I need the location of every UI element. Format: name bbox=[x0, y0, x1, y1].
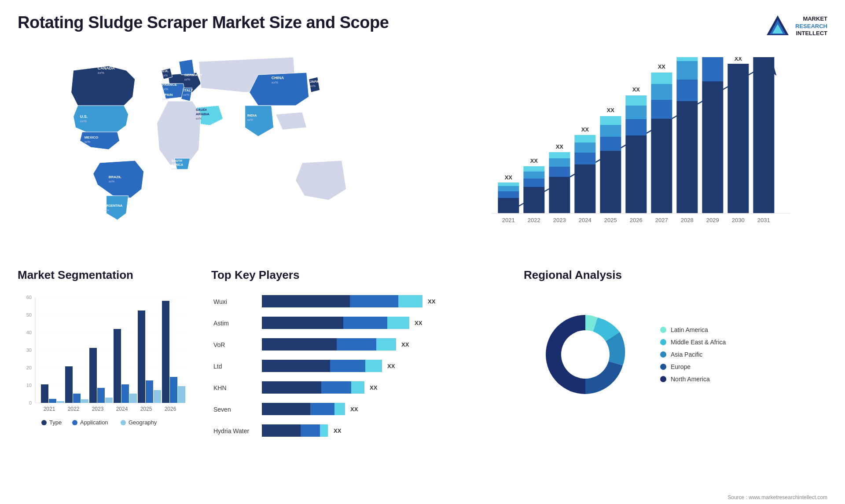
source-text: Source : www.marketresearchintellect.com bbox=[727, 494, 827, 500]
key-players-section: Top Key Players Wuxi XX Astim XX VoR bbox=[211, 268, 515, 453]
svg-text:40: 40 bbox=[26, 330, 32, 335]
svg-rect-49 bbox=[549, 177, 570, 213]
svg-rect-126 bbox=[129, 394, 137, 403]
svg-text:2029: 2029 bbox=[706, 217, 719, 223]
svg-text:2021: 2021 bbox=[502, 217, 515, 223]
svg-rect-173 bbox=[334, 403, 345, 415]
svg-rect-44 bbox=[524, 187, 545, 213]
segmentation-section: Market Segmentation 60 50 40 30 20 10 0 bbox=[18, 268, 202, 453]
svg-text:XX: XX bbox=[505, 174, 513, 181]
svg-text:Ltd: Ltd bbox=[213, 363, 222, 370]
svg-text:XX: XX bbox=[556, 143, 564, 150]
regional-legend: Latin America Middle East & Africa Asia … bbox=[660, 326, 726, 383]
svg-rect-157 bbox=[337, 338, 376, 351]
svg-rect-66 bbox=[626, 106, 647, 119]
svg-rect-76 bbox=[677, 61, 698, 80]
svg-text:2025: 2025 bbox=[140, 406, 152, 412]
svg-rect-64 bbox=[626, 135, 647, 213]
svg-rect-178 bbox=[320, 424, 328, 437]
svg-text:0: 0 bbox=[29, 400, 32, 405]
svg-rect-158 bbox=[376, 338, 396, 351]
svg-rect-85 bbox=[753, 57, 775, 213]
svg-text:KHN: KHN bbox=[213, 384, 227, 391]
world-map-container: CANADA xx% U.S. xx% MEXICO xx% BRAZIL xx… bbox=[18, 44, 437, 251]
svg-rect-171 bbox=[262, 403, 310, 415]
regional-section: Regional Analysis bbox=[524, 268, 827, 453]
svg-rect-117 bbox=[57, 401, 64, 403]
svg-rect-163 bbox=[365, 360, 382, 372]
svg-rect-177 bbox=[301, 424, 320, 437]
key-players-chart: Wuxi XX Astim XX VoR XX Ltd bbox=[211, 289, 458, 442]
svg-text:XX: XX bbox=[415, 320, 422, 326]
bottom-row: Market Segmentation 60 50 40 30 20 10 0 bbox=[18, 268, 827, 453]
key-players-title: Top Key Players bbox=[211, 268, 515, 282]
svg-text:Wuxi: Wuxi bbox=[213, 298, 227, 305]
svg-point-143 bbox=[121, 420, 126, 425]
logo-area: MARKET RESEARCH INTELLECT bbox=[764, 13, 827, 40]
svg-rect-45 bbox=[524, 179, 545, 187]
svg-text:MEXICO: MEXICO bbox=[84, 135, 99, 139]
svg-text:2026: 2026 bbox=[165, 406, 176, 412]
svg-text:2025: 2025 bbox=[604, 217, 617, 223]
svg-rect-130 bbox=[162, 301, 169, 403]
svg-text:xx%: xx% bbox=[80, 119, 87, 123]
world-map-svg: CANADA xx% U.S. xx% MEXICO xx% BRAZIL xx… bbox=[18, 44, 437, 251]
svg-rect-153 bbox=[387, 317, 409, 329]
svg-text:GERMANY: GERMANY bbox=[184, 73, 203, 77]
svg-rect-116 bbox=[49, 399, 56, 403]
latin-america-dot bbox=[660, 327, 666, 333]
svg-text:SPAIN: SPAIN bbox=[162, 93, 173, 97]
svg-rect-156 bbox=[262, 338, 337, 351]
svg-rect-74 bbox=[677, 101, 698, 213]
svg-text:2023: 2023 bbox=[553, 217, 566, 223]
svg-text:30: 30 bbox=[26, 347, 32, 353]
svg-rect-46 bbox=[524, 172, 545, 179]
segmentation-title: Market Segmentation bbox=[18, 268, 202, 282]
svg-text:XX: XX bbox=[530, 157, 538, 164]
svg-text:ARGENTINA: ARGENTINA bbox=[104, 204, 123, 207]
north-america-label: North America bbox=[671, 376, 710, 383]
main-content: CANADA xx% U.S. xx% MEXICO xx% BRAZIL xx… bbox=[0, 44, 845, 453]
svg-text:Geography: Geography bbox=[129, 419, 157, 426]
svg-rect-71 bbox=[651, 84, 672, 100]
segmentation-chart: 60 50 40 30 20 10 0 bbox=[18, 289, 194, 429]
svg-text:2024: 2024 bbox=[116, 406, 128, 412]
svg-rect-131 bbox=[170, 377, 177, 403]
svg-rect-59 bbox=[600, 151, 621, 213]
europe-dot bbox=[660, 364, 666, 370]
legend-item-mea: Middle East & Africa bbox=[660, 339, 726, 346]
svg-text:xx%: xx% bbox=[98, 71, 104, 75]
svg-text:2023: 2023 bbox=[92, 406, 104, 412]
mea-label: Middle East & Africa bbox=[671, 339, 726, 346]
svg-text:10: 10 bbox=[26, 383, 32, 388]
donut-chart bbox=[524, 293, 647, 416]
svg-text:VoR: VoR bbox=[213, 341, 225, 348]
svg-text:xx%: xx% bbox=[162, 98, 168, 101]
svg-text:50: 50 bbox=[26, 312, 32, 318]
svg-text:XX: XX bbox=[428, 298, 436, 305]
svg-text:JAPAN: JAPAN bbox=[310, 80, 322, 84]
svg-text:XX: XX bbox=[387, 363, 395, 369]
svg-text:ARABIA: ARABIA bbox=[196, 112, 209, 116]
svg-text:2024: 2024 bbox=[579, 217, 592, 223]
svg-rect-61 bbox=[600, 125, 621, 137]
svg-rect-70 bbox=[651, 100, 672, 119]
svg-text:Type: Type bbox=[49, 419, 62, 426]
top-row: CANADA xx% U.S. xx% MEXICO xx% BRAZIL xx… bbox=[18, 44, 827, 264]
svg-text:2021: 2021 bbox=[44, 406, 55, 412]
asia-pacific-label: Asia Pacific bbox=[671, 351, 702, 358]
svg-rect-47 bbox=[524, 166, 545, 172]
svg-text:2031: 2031 bbox=[757, 217, 770, 223]
asia-pacific-dot bbox=[660, 351, 666, 358]
svg-text:2027: 2027 bbox=[655, 217, 668, 223]
svg-text:XX: XX bbox=[334, 427, 342, 434]
svg-rect-128 bbox=[146, 380, 153, 403]
svg-text:ITALY: ITALY bbox=[184, 88, 193, 92]
legend-item-europe: Europe bbox=[660, 363, 726, 370]
svg-text:2022: 2022 bbox=[68, 406, 80, 412]
svg-text:xx%: xx% bbox=[162, 74, 168, 77]
svg-text:Astim: Astim bbox=[213, 320, 229, 327]
svg-text:FRANCE: FRANCE bbox=[162, 83, 177, 87]
svg-text:XX: XX bbox=[607, 107, 615, 113]
svg-rect-42 bbox=[498, 183, 519, 186]
